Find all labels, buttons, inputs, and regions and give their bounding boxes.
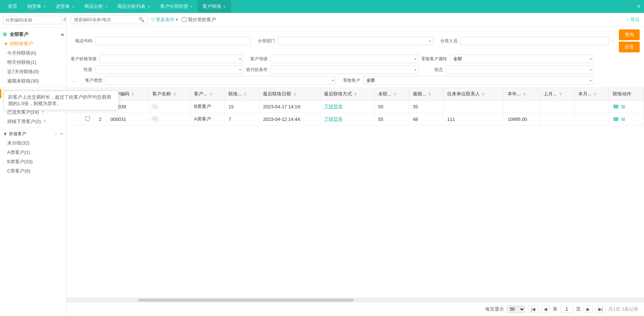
content-area: 🔍 ▽ 更多条件 ▾ 我分管的客户 ↑ 导出 电话号码 bbox=[66, 13, 644, 316]
nav-item-customer-tier[interactable]: 客户分层经营 × bbox=[155, 0, 198, 13]
customer-level-select[interactable] bbox=[270, 55, 418, 63]
phone-icon[interactable]: ☎ bbox=[613, 116, 619, 122]
sidebar-item-today[interactable]: 今天待联络(0) bbox=[0, 48, 66, 58]
sidebar-item-class-a[interactable]: A类客户(1) bbox=[0, 148, 66, 157]
retail-attr-select[interactable]: 全部 bbox=[450, 55, 594, 63]
row-checkbox[interactable] bbox=[85, 116, 90, 121]
nav-item-sales[interactable]: 销货单 × bbox=[22, 0, 51, 13]
dept-select[interactable] bbox=[278, 37, 434, 45]
row-last-date-cell: 2023-04-17 14:19: bbox=[259, 100, 320, 113]
manager-input[interactable] bbox=[460, 37, 609, 45]
close-icon[interactable]: × bbox=[190, 4, 193, 9]
customer-name: RE. bbox=[152, 117, 159, 122]
add-group-icon[interactable]: ○ bbox=[55, 132, 57, 136]
collapse-icon: ◀ bbox=[60, 32, 63, 37]
dots-icon[interactable]: ... bbox=[71, 77, 78, 83]
nav-item-home[interactable]: 首页 bbox=[3, 0, 22, 13]
close-icon[interactable]: × bbox=[43, 4, 46, 9]
gender-label: 性质 bbox=[71, 67, 92, 73]
close-icon[interactable]: × bbox=[105, 4, 107, 9]
sidebar-item-tomorrow[interactable]: 明天待联络(1) bbox=[0, 58, 66, 67]
payment-select[interactable] bbox=[270, 65, 418, 74]
row-type-cell: B类客户 bbox=[190, 100, 225, 113]
col-uncontacted[interactable]: 未联... ⇅ bbox=[374, 88, 409, 100]
question-icon: ? bbox=[41, 110, 43, 114]
contact-method-link[interactable]: 下销货单 bbox=[324, 104, 343, 109]
col-type[interactable]: 客户... ⇅ bbox=[190, 88, 225, 100]
next-page-button[interactable]: ▶ bbox=[584, 306, 593, 313]
nav-label-analysis: 商品分析 bbox=[84, 3, 103, 10]
row-contact-count-cell: 15 bbox=[225, 100, 259, 113]
retail-customer-select[interactable]: 全部 bbox=[363, 76, 594, 85]
status-label: 状态 bbox=[421, 67, 443, 73]
search-icon[interactable]: 🔍 bbox=[139, 17, 144, 22]
col-this-month[interactable]: 本月... ⇅ bbox=[574, 88, 609, 100]
gender-select[interactable] bbox=[95, 65, 243, 74]
pending-section[interactable]: ▼ 待联络客户 bbox=[0, 39, 66, 48]
nav-item-analysis[interactable]: 商品分析 × bbox=[79, 0, 112, 13]
sort-icon: ⇅ bbox=[428, 93, 431, 96]
col-unit-contact[interactable]: 往来单位联系人 ⇅ bbox=[444, 88, 504, 100]
per-page-select[interactable]: 50 10 20 100 bbox=[507, 305, 525, 313]
nav-label-customer-tier: 客户分层经营 bbox=[160, 3, 188, 10]
sidebar-search-input[interactable] bbox=[3, 16, 62, 24]
main-search-input[interactable] bbox=[74, 17, 139, 22]
sidebar-item-class-b[interactable]: B类客户(33) bbox=[0, 157, 66, 166]
col-name[interactable]: 客户名称 ⇅ bbox=[148, 88, 190, 100]
more-options-icon[interactable]: ··· bbox=[609, 38, 616, 44]
col-last-month[interactable]: 上月... ⇅ bbox=[540, 88, 574, 100]
row-settings-cell bbox=[66, 113, 81, 126]
my-customer-checkbox[interactable] bbox=[182, 17, 186, 22]
contact-action-icon[interactable]: ⊞ bbox=[621, 116, 625, 122]
nav-item-purchase[interactable]: 进货单 × bbox=[51, 0, 79, 13]
row-unit-contact-cell bbox=[444, 100, 504, 113]
window-close-icon[interactable]: × bbox=[637, 3, 640, 10]
col-last-contact-method[interactable]: 最后联络方式 ⇅ bbox=[320, 88, 374, 100]
payment-select-wrap: ▾ bbox=[270, 65, 418, 74]
prev-page-button[interactable]: ◀ bbox=[541, 306, 550, 313]
price-level-select[interactable] bbox=[99, 55, 243, 63]
last-page-button[interactable]: ▶| bbox=[596, 306, 606, 313]
close-icon[interactable]: × bbox=[72, 4, 74, 9]
my-customer-checkbox-label[interactable]: 我分管的客户 bbox=[182, 16, 216, 23]
edit-group-icon[interactable]: ✏ bbox=[60, 132, 63, 136]
filter-dept: 分管部门 ▾ bbox=[254, 37, 434, 45]
scroll-thumb[interactable] bbox=[138, 299, 354, 302]
col-this-year[interactable]: 本年... ⇅ bbox=[504, 88, 540, 100]
col-last-contact-date[interactable]: 最后联络日期 ⇅ bbox=[259, 88, 320, 100]
status-select[interactable] bbox=[446, 65, 594, 74]
sidebar-search-bar: 🔍 bbox=[0, 13, 66, 28]
filter-price-level: 客户价格等级 ▾ bbox=[71, 55, 243, 63]
filter-payment: 收付款条件 ▾ bbox=[246, 65, 418, 74]
phone-input[interactable] bbox=[95, 37, 251, 45]
sidebar-item-overdue[interactable]: 逾期未联络(30) bbox=[0, 76, 66, 86]
sidebar-item-7days[interactable]: 近7天待联络(0) bbox=[0, 67, 66, 76]
col-overdue[interactable]: 逾期... ⇅ bbox=[409, 88, 443, 100]
first-page-button[interactable]: |◀ bbox=[528, 306, 538, 313]
phone-icon[interactable]: ☎ bbox=[613, 104, 619, 109]
customer-type-select[interactable] bbox=[105, 76, 336, 85]
page-input[interactable] bbox=[560, 306, 573, 313]
nav-item-analysis-list[interactable]: 商品分析列表 × bbox=[112, 0, 155, 13]
sidebar-item-class-c[interactable]: C类客户(6) bbox=[0, 166, 66, 176]
nav-item-customer-contact[interactable]: 客户联络 × bbox=[198, 0, 231, 13]
sidebar-search-icon[interactable]: 🔍 bbox=[63, 18, 66, 23]
sort-icon: ⇅ bbox=[523, 93, 526, 96]
sidebar-item-ungrouped[interactable]: 未分组(32) bbox=[0, 138, 66, 148]
customer-level-select-wrap: ▾ bbox=[270, 55, 418, 63]
row-contact-count-cell: 7 bbox=[225, 113, 259, 126]
settings-button[interactable]: 设置 bbox=[619, 42, 640, 52]
col-contact-count[interactable]: 联络... ⇅ bbox=[225, 88, 259, 100]
sidebar-divider-2 bbox=[0, 128, 66, 128]
close-icon[interactable]: × bbox=[223, 4, 226, 9]
sidebar-all-customers[interactable]: ⊞ 全部客户 ◀ bbox=[0, 30, 66, 39]
query-button[interactable]: 查询 bbox=[619, 29, 640, 40]
retail-customer-label: 零散客户 bbox=[339, 77, 360, 84]
horizontal-scrollbar[interactable] bbox=[66, 298, 644, 302]
sidebar-item-declining[interactable]: 持续下滑客户(2) ? bbox=[0, 117, 66, 126]
export-button[interactable]: ↑ 导出 bbox=[627, 16, 640, 23]
close-icon[interactable]: × bbox=[148, 4, 150, 9]
more-conditions-toggle[interactable]: ▽ 更多条件 ▾ bbox=[151, 16, 178, 23]
contact-method-link[interactable]: 下销货单 bbox=[324, 116, 343, 122]
contact-action-icon[interactable]: ⊞ bbox=[621, 104, 625, 109]
